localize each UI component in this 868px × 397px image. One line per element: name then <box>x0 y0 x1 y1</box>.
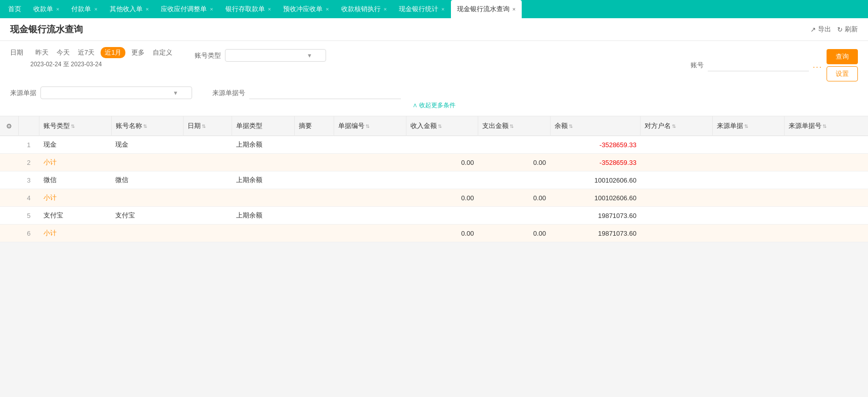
close-icon[interactable]: × <box>326 6 329 12</box>
query-button[interactable]: 查询 <box>827 49 858 64</box>
column-source-doc-no[interactable]: 来源单据号⇅ <box>785 116 868 136</box>
row-balance: 100102606.60 <box>550 189 641 207</box>
nav-cash-stats[interactable]: 现金银行统计 × <box>393 0 450 18</box>
row-doc-type: 上期余额 <box>232 136 295 154</box>
close-icon[interactable]: × <box>441 6 444 12</box>
sort-icon: ⇅ <box>510 123 514 129</box>
row-expense: 0.00 <box>478 154 551 171</box>
column-gear: ⚙ <box>0 116 18 136</box>
source-doc-num-label: 来源单据号 <box>212 89 245 98</box>
nav-home[interactable]: 首页 <box>2 0 27 18</box>
nav-advance[interactable]: 预收冲应收单 × <box>277 0 335 18</box>
row-doc-no <box>334 136 406 154</box>
nav-cash-flow-active[interactable]: 现金银行流水查询 × <box>451 0 522 18</box>
close-icon[interactable]: × <box>513 6 516 12</box>
row-source-doc <box>712 189 785 207</box>
row-doc-type: 上期余额 <box>232 207 295 225</box>
date-shortcuts: 昨天 今天 近7天 近1月 更多 自定义 <box>33 47 174 58</box>
row-date <box>184 154 232 171</box>
row-num: 6 <box>18 225 39 242</box>
nav-payment[interactable]: 付款单 × <box>65 0 103 18</box>
row-num: 4 <box>18 189 39 207</box>
close-icon[interactable]: × <box>384 6 387 12</box>
row-account-name <box>111 154 184 171</box>
row-summary <box>295 225 334 242</box>
row-date <box>184 207 232 225</box>
settings-button[interactable]: 设置 <box>827 66 858 81</box>
column-account-name[interactable]: 账号名称⇅ <box>111 116 184 136</box>
row-source-doc-no <box>785 189 868 207</box>
account-input[interactable] <box>708 59 809 71</box>
row-counterparty <box>641 171 713 189</box>
row-source-doc-no <box>785 225 868 242</box>
row-summary <box>295 154 334 171</box>
export-button[interactable]: ↗ 导出 <box>810 25 831 34</box>
row-expense <box>478 207 551 225</box>
close-icon[interactable]: × <box>146 6 149 12</box>
nav-receipt[interactable]: 收款单 × <box>27 0 65 18</box>
column-source-doc[interactable]: 来源单据⇅ <box>712 116 785 136</box>
date-7days[interactable]: 近7天 <box>76 48 97 58</box>
nav-bank-deposit[interactable]: 银行存取款单 × <box>219 0 277 18</box>
date-today[interactable]: 今天 <box>55 48 72 58</box>
close-icon[interactable]: × <box>94 6 97 12</box>
column-account-type[interactable]: 账号类型⇅ <box>39 116 112 136</box>
table-row: 5 支付宝 支付宝 上期余额 19871073.60 <box>0 207 868 225</box>
close-icon[interactable]: × <box>210 6 213 12</box>
row-gear <box>0 189 18 207</box>
nav-collection[interactable]: 收款核销执行 × <box>335 0 393 18</box>
dropdown-icon: ▾ <box>174 89 177 97</box>
source-doc-label: 来源单据 <box>10 89 36 98</box>
sort-icon: ⇅ <box>823 123 827 129</box>
row-income: 0.00 <box>406 225 478 242</box>
row-income: 0.00 <box>406 189 478 207</box>
column-income[interactable]: 收入金额⇅ <box>406 116 478 136</box>
close-icon[interactable]: × <box>268 6 271 12</box>
row-income <box>406 136 478 154</box>
column-counterparty[interactable]: 对方户名⇅ <box>641 116 713 136</box>
column-num <box>18 116 39 136</box>
column-date[interactable]: 日期⇅ <box>184 116 232 136</box>
close-icon[interactable]: × <box>56 6 59 12</box>
row-date <box>184 136 232 154</box>
row-doc-type <box>232 225 295 242</box>
date-1month[interactable]: 近1月 <box>101 47 125 58</box>
account-more-button[interactable]: ... <box>813 61 823 70</box>
refresh-button[interactable]: ↻ 刷新 <box>837 25 858 34</box>
date-custom[interactable]: 自定义 <box>151 48 174 58</box>
row-source-doc <box>712 207 785 225</box>
nav-adjustment[interactable]: 应收应付调整单 × <box>155 0 219 18</box>
chevron-up-icon: ∧ <box>413 102 418 109</box>
row-balance: -3528659.33 <box>550 154 641 171</box>
sort-icon: ⇅ <box>143 123 147 129</box>
source-doc-select[interactable]: ▾ <box>40 86 192 99</box>
collapse-button[interactable]: ∧ 收起更多条件 <box>10 101 858 110</box>
gear-icon[interactable]: ⚙ <box>6 122 12 130</box>
account-type-select[interactable]: ▾ <box>225 49 326 62</box>
date-yesterday[interactable]: 昨天 <box>33 48 51 58</box>
source-doc-num-input[interactable] <box>249 87 401 99</box>
nav-other-income[interactable]: 其他收入单 × <box>104 0 155 18</box>
row-balance: 19871073.60 <box>550 207 641 225</box>
row-account-name <box>111 225 184 242</box>
table-row: 3 微信 微信 上期余额 100102606.60 <box>0 171 868 189</box>
sort-icon: ⇅ <box>569 123 573 129</box>
date-more[interactable]: 更多 <box>129 48 147 58</box>
column-doc-no[interactable]: 单据编号⇅ <box>334 116 406 136</box>
row-account-name <box>111 189 184 207</box>
sort-icon: ⇅ <box>744 123 748 129</box>
row-account-type: 小计 <box>39 189 112 207</box>
row-num: 2 <box>18 154 39 171</box>
row-gear <box>0 171 18 189</box>
column-expense[interactable]: 支出金额⇅ <box>478 116 551 136</box>
row-doc-type <box>232 154 295 171</box>
row-account-type: 微信 <box>39 171 112 189</box>
date-filter-row: 日期 昨天 今天 近7天 近1月 更多 自定义 <box>10 47 174 58</box>
row-balance: 100102606.60 <box>550 171 641 189</box>
row-expense: 0.00 <box>478 189 551 207</box>
column-balance[interactable]: 余额⇅ <box>550 116 641 136</box>
date-range-display: 2023-02-24 至 2023-03-24 <box>30 61 102 68</box>
row-doc-no <box>334 225 406 242</box>
row-summary <box>295 136 334 154</box>
row-account-name: 支付宝 <box>111 207 184 225</box>
